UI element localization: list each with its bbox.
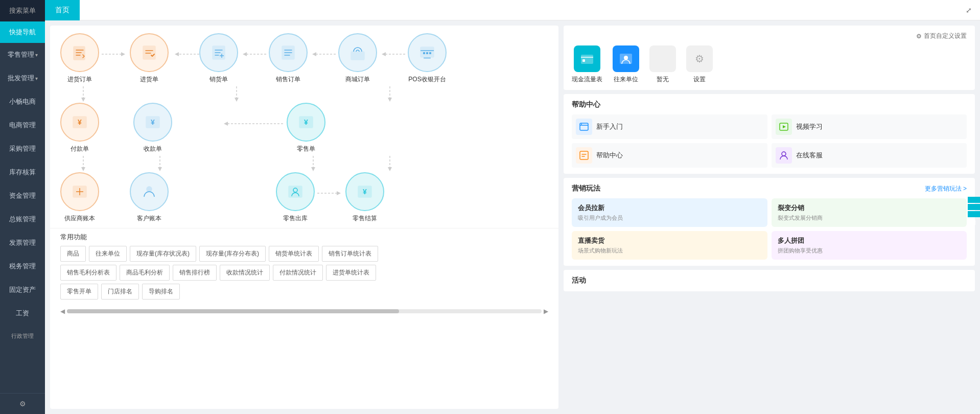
svg-point-58: [624, 56, 628, 60]
sidebar-item-inventory[interactable]: 库存核算: [0, 160, 45, 184]
node-sales-out[interactable]: 销货单: [199, 33, 238, 84]
svg-marker-62: [783, 125, 786, 128]
help-item-support[interactable]: 在线客服: [772, 143, 967, 168]
node-supplier-account[interactable]: 供应商账本: [60, 172, 99, 223]
help-section: 帮助中心 新手入门 视频学习: [564, 94, 975, 174]
right-panel: ⚙ 首页自定义设置 现金流量表 往来单位: [564, 26, 975, 409]
float-btn-hotline[interactable]: 客服热线: [968, 197, 980, 203]
topbar: 首页 ⤢: [45, 0, 980, 20]
btn-sales-rank[interactable]: 销售排行榜: [173, 265, 217, 281]
expand-icon[interactable]: ⤢: [962, 3, 976, 17]
svg-text:¥: ¥: [304, 118, 308, 126]
node-sales-order[interactable]: 销售订单: [269, 33, 308, 84]
node-payment[interactable]: ¥ 付款单: [60, 103, 99, 153]
sidebar-item-ecom-manage[interactable]: 电商管理: [0, 113, 45, 137]
gear-icon: ⚙: [916, 33, 922, 40]
homepage-setting[interactable]: ⚙ 首页自定义设置: [916, 32, 967, 40]
sidebar-settings[interactable]: ⚙: [0, 393, 45, 414]
quick-item-cashflow[interactable]: 现金流量表: [572, 45, 602, 84]
btn-stock-dist[interactable]: 现存量(库存分布表): [199, 246, 266, 262]
flow-diagram: 进货订单 进货单: [50, 26, 558, 228]
help-item-help[interactable]: 帮助中心: [572, 143, 767, 168]
svg-point-64: [782, 152, 786, 156]
btn-goods[interactable]: 商品: [60, 246, 86, 262]
svg-rect-21: [429, 52, 431, 54]
svg-marker-24: [81, 98, 85, 102]
node-purchase-order[interactable]: 进货订单: [60, 33, 99, 84]
btn-receipt-stat[interactable]: 收款情况统计: [220, 265, 270, 281]
marketing-item-live[interactable]: 直播卖货 场景式购物新玩法: [572, 231, 767, 260]
float-btn-community[interactable]: 服务社区: [968, 204, 980, 210]
more-marketing-link[interactable]: 更多营销玩法 >: [925, 185, 967, 193]
quick-item-settings[interactable]: ⚙ 设置: [686, 45, 713, 84]
scroll-thumb: [67, 309, 399, 313]
node-receipt[interactable]: ¥ 收款单: [133, 103, 172, 153]
btn-sales-stat[interactable]: 销货单统计表: [269, 246, 319, 262]
sidebar-item-tax[interactable]: 税务管理: [0, 255, 45, 278]
help-item-beginner[interactable]: 新手入门: [572, 114, 767, 139]
func-row-1: 商品 往来单位 现存量(库存状况表) 现存量(库存分布表) 销货单统计表 销售订…: [60, 246, 548, 262]
svg-marker-13: [312, 52, 316, 56]
svg-text:¥: ¥: [363, 188, 367, 196]
sidebar-item-ledger[interactable]: 总账管理: [0, 208, 45, 231]
btn-sales-order-stat[interactable]: 销售订单统计表: [322, 246, 378, 262]
marketing-item-member[interactable]: 会员拉新 吸引用户成为会员: [572, 198, 767, 227]
marketing-item-group[interactable]: 多人拼团 拼团购物享受优惠: [772, 231, 967, 260]
btn-retail-order[interactable]: 零售开单: [60, 284, 98, 300]
common-func-title: 常用功能: [60, 233, 548, 242]
sidebar-item-salary[interactable]: 工资: [0, 302, 45, 325]
scroll-track[interactable]: [67, 309, 542, 313]
svg-rect-22: [424, 57, 431, 59]
section-header: ⚙ 首页自定义设置: [572, 32, 967, 40]
sidebar-item-assets[interactable]: 固定资产: [0, 278, 45, 302]
btn-store-rank[interactable]: 门店排名: [101, 284, 139, 300]
btn-purchase-stat[interactable]: 进货单统计表: [326, 265, 376, 281]
btn-contacts[interactable]: 往来单位: [89, 246, 127, 262]
node-customer-account[interactable]: 客户账本: [130, 172, 169, 223]
sidebar-item-ecom[interactable]: 小畅电商: [0, 90, 45, 113]
marketing-item-fission[interactable]: 裂变分销 裂变式发展分销商: [772, 198, 967, 227]
btn-guide-rank[interactable]: 导购排名: [142, 284, 180, 300]
quick-item-contacts[interactable]: 往来单位: [613, 45, 639, 84]
btn-stock-status[interactable]: 现存量(库存状况表): [130, 246, 196, 262]
svg-marker-36: [224, 122, 228, 126]
svg-rect-55: [581, 55, 593, 64]
sidebar-item-wholesale[interactable]: 批发管理 ▾: [0, 66, 45, 90]
scrollbar-row: ◀ ▶: [50, 306, 558, 317]
btn-goods-margin[interactable]: 商品毛利分析: [120, 265, 170, 281]
func-row-3: 零售开单 门店排名 导购排名: [60, 284, 548, 300]
scroll-right-arrow[interactable]: ▶: [544, 308, 548, 315]
sidebar-item-more[interactable]: 行政管理: [0, 325, 45, 347]
sidebar-item-invoice[interactable]: 发票管理: [0, 231, 45, 255]
node-mall-order[interactable]: 商城订单: [338, 33, 377, 84]
svg-marker-2: [121, 52, 125, 56]
btn-sales-margin[interactable]: 销售毛利分析表: [60, 265, 116, 281]
help-item-video[interactable]: 视频学习: [772, 114, 967, 139]
node-retail-order[interactable]: ¥ 零售单: [287, 103, 325, 153]
tab-homepage[interactable]: 首页: [45, 0, 80, 20]
sidebar-item-retail[interactable]: 零售管理 ▾: [0, 43, 45, 66]
sidebar-search[interactable]: 搜索菜单: [0, 0, 45, 21]
marketing-grid: 会员拉新 吸引用户成为会员 裂变分销 裂变式发展分销商 直播卖货 场景式购物新玩…: [572, 198, 967, 260]
svg-rect-3: [143, 46, 155, 59]
sidebar-item-finance[interactable]: 资金管理: [0, 184, 45, 208]
help-title: 帮助中心: [572, 100, 967, 109]
svg-marker-28: [388, 98, 392, 102]
float-btn-desktop[interactable]: 桌面快捷: [968, 211, 980, 217]
common-functions: 常用功能 商品 往来单位 现存量(库存状况表) 现存量(库存分布表) 销货单统计…: [50, 228, 558, 306]
node-pos[interactable]: POS收银开台: [408, 33, 447, 84]
node-retail-out[interactable]: 零售出库: [276, 172, 315, 223]
svg-rect-20: [426, 52, 428, 54]
quick-icons-row: 现金流量表 往来单位 暂无 ⚙: [572, 45, 967, 84]
svg-rect-56: [582, 59, 585, 62]
sidebar-quicknav[interactable]: 快捷导航: [0, 21, 45, 43]
node-purchase-receipt[interactable]: 进货单: [130, 33, 169, 84]
btn-payment-stat[interactable]: 付款情况统计: [273, 265, 323, 281]
scroll-left-arrow[interactable]: ◀: [60, 308, 65, 315]
gear-icon: ⚙: [19, 400, 26, 408]
sidebar-item-purchase[interactable]: 采购管理: [0, 137, 45, 160]
floating-buttons: 客服热线 服务社区 桌面快捷: [968, 197, 980, 217]
node-retail-settle[interactable]: ¥ 零售结算: [345, 172, 384, 223]
quick-access-section: ⚙ 首页自定义设置 现金流量表 往来单位: [564, 26, 975, 90]
svg-marker-40: [158, 167, 162, 171]
